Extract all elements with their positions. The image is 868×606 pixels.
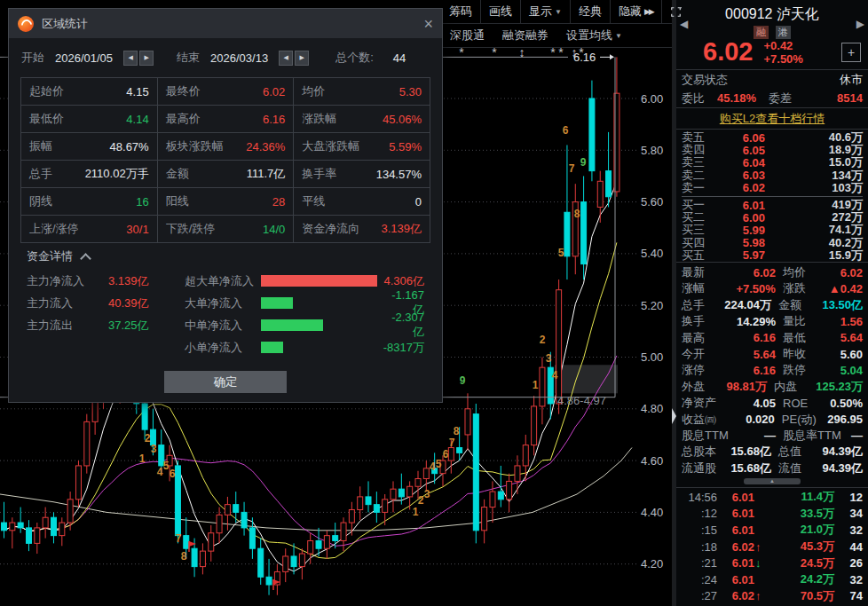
ma-settings-button[interactable]: 设置均线▼ <box>557 28 631 43</box>
fund-left-label: 主力流出 <box>27 318 108 334</box>
order-book: 卖五 6.06 40.6万 卖四 6.05 18.9万 卖三 6.04 15.0… <box>676 130 868 262</box>
margin-trading-tab[interactable]: 融资融券 <box>493 28 557 43</box>
fund-right-value: -8317万 <box>382 340 424 356</box>
quote-row: 流通股 15.68亿 流值 94.39亿 <box>682 460 863 476</box>
stat-value: 4.15 <box>126 85 148 98</box>
fund-right-label: 小单净流入 <box>185 340 261 356</box>
tick-price: 6.02 <box>717 540 754 554</box>
td-sequence-marker: 6 <box>563 124 569 137</box>
fund-bar-track <box>261 275 382 287</box>
quote-row: 股息TTM — 股息率TTM — <box>682 428 863 444</box>
dialog-titlebar[interactable]: 区域统计 × <box>9 9 442 38</box>
quote-left-value: 6.16 <box>722 364 776 377</box>
weicha-value: 8514 <box>837 91 863 105</box>
level-price: 6.00 <box>710 211 765 224</box>
quote-right-label: PE(动) <box>782 412 827 428</box>
tick-volume: 70.5万 <box>766 588 834 604</box>
fund-bar-track <box>261 297 382 309</box>
stat-cell: 振幅 48.67% <box>21 133 158 161</box>
fund-details-rows: 主力净流入 3.139亿 超大单净流入 4.306亿 主力流入 40.39亿 大… <box>9 270 442 358</box>
tick-volume: 24.2万 <box>766 571 834 587</box>
y-axis-label: 5.00 <box>641 350 663 364</box>
td-sequence-marker: 1 <box>139 453 146 465</box>
stat-value: 111.7亿 <box>247 166 286 182</box>
display-menu-button[interactable]: 显示▼ <box>521 0 571 23</box>
quote-header: ◀ ▶ 000912 泸天化 融 港 6.02 +0.42 +7.50% + <box>676 0 868 70</box>
collapse-pill[interactable]: ▲ <box>744 478 801 484</box>
stat-value: 6.16 <box>263 113 285 126</box>
fund-bar <box>261 275 377 287</box>
stat-cell: 阳线 28 <box>158 188 295 216</box>
stat-cell: 总手 2110.02万手 <box>21 161 158 188</box>
tick-count: 34 <box>834 507 863 520</box>
collapse-chevron-icon[interactable] <box>80 253 91 264</box>
tick-count: 32 <box>834 573 863 586</box>
tick-price: 6.01 <box>717 523 754 537</box>
stat-value: 134.57% <box>376 168 422 181</box>
quote-left-value: 15.68亿 <box>721 460 771 476</box>
level-price: 6.05 <box>710 144 765 157</box>
fund-details-header[interactable]: 资金详情 <box>9 243 442 270</box>
fullscreen-button[interactable] <box>662 0 690 23</box>
tick-count: 74 <box>834 589 863 602</box>
stat-label: 上涨/涨停 <box>29 221 79 237</box>
bid-row[interactable]: 买五 5.97 15.9万 <box>682 249 863 262</box>
stat-label: 阴线 <box>29 193 52 209</box>
confirm-button[interactable]: 确定 <box>164 371 287 393</box>
stat-label: 涨跌幅 <box>302 111 336 127</box>
chevron-down-icon: ▼ <box>615 32 622 40</box>
add-to-watchlist-button[interactable]: + <box>841 43 861 62</box>
quote-left-value: 15.68亿 <box>721 444 771 460</box>
ask-row[interactable]: 卖一 6.02 103万 <box>682 182 863 194</box>
app-logo-icon <box>18 16 34 32</box>
stat-label: 最终价 <box>166 83 201 99</box>
y-axis-label: 4.40 <box>641 506 663 519</box>
quote-left-value: 5.64 <box>722 348 776 361</box>
y-axis-label: 4.80 <box>641 402 663 415</box>
quote-right-value: 6.02 <box>829 266 863 279</box>
weibi-row: 委比 45.18% 委差 8514 <box>676 89 868 107</box>
szhk-connect-tab[interactable]: 深股通 <box>441 28 493 43</box>
stat-value: 30/1 <box>126 223 148 236</box>
toolbar-row-2: 深股通 融资融券 设置均线▼ <box>441 24 672 48</box>
start-date-value[interactable]: 2026/01/05 <box>55 51 113 65</box>
end-date-value[interactable]: 2026/03/13 <box>210 51 268 65</box>
bid-levels: 买一 6.01 419万 买二 6.00 272万 买三 5.99 74.1万 <box>682 199 863 262</box>
stat-cell: 换手率 134.57% <box>294 161 430 188</box>
tick-direction-icon: ↑ <box>754 540 766 554</box>
next-stock-arrow-icon[interactable]: ▶ <box>856 18 864 30</box>
end-date-label: 结束 <box>177 50 200 66</box>
tick-time: 14:56 <box>682 491 717 504</box>
weibi-value: 45.18% <box>717 91 756 105</box>
hide-button[interactable]: 隐藏▶▶ <box>611 0 662 23</box>
stat-value: 14/0 <box>263 223 285 236</box>
end-date-prev-button[interactable]: ◀ <box>279 51 293 66</box>
start-date-prev-button[interactable]: ◀ <box>123 51 138 66</box>
quote-right-value: ▲0.42 <box>829 282 863 295</box>
quote-left-label: 流通股 <box>682 460 721 476</box>
stat-value: 3.139亿 <box>381 221 422 237</box>
fund-left-value: 3.139亿 <box>108 273 185 289</box>
fund-bar <box>261 342 283 353</box>
chart-toolbar: 筹码 画线 显示▼ 经典 隐藏▶▶ 深股通 融资融券 设置均线▼ <box>441 0 672 46</box>
stat-label: 板块涨跌幅 <box>166 138 224 154</box>
chips-button[interactable]: 筹码 <box>441 0 481 23</box>
draw-line-button[interactable]: 画线 <box>481 0 521 23</box>
td-sequence-marker: 5 <box>558 247 564 259</box>
td-sequence-marker: 4 <box>157 466 163 478</box>
stat-value: 6.02 <box>263 85 285 98</box>
classic-button[interactable]: 经典 <box>571 0 611 23</box>
end-date-next-button[interactable]: ▶ <box>295 51 309 66</box>
stat-value: 2110.02万手 <box>85 166 149 182</box>
tick-price: 6.01 <box>717 556 754 570</box>
level-volume: 103万 <box>765 180 863 196</box>
td-sequence-marker: 2 <box>540 334 546 346</box>
fund-right-label: 大单净流入 <box>185 295 261 311</box>
buy-l2-link[interactable]: 购买L2查看十档行情 <box>720 111 825 127</box>
stat-value: 5.59% <box>389 140 422 153</box>
quote-left-value: 6.16 <box>722 331 776 344</box>
quote-right-label: 量比 <box>783 313 829 329</box>
close-icon[interactable]: × <box>423 16 433 32</box>
quote-right-value: 94.39亿 <box>822 444 863 460</box>
start-date-next-button[interactable]: ▶ <box>139 51 154 66</box>
